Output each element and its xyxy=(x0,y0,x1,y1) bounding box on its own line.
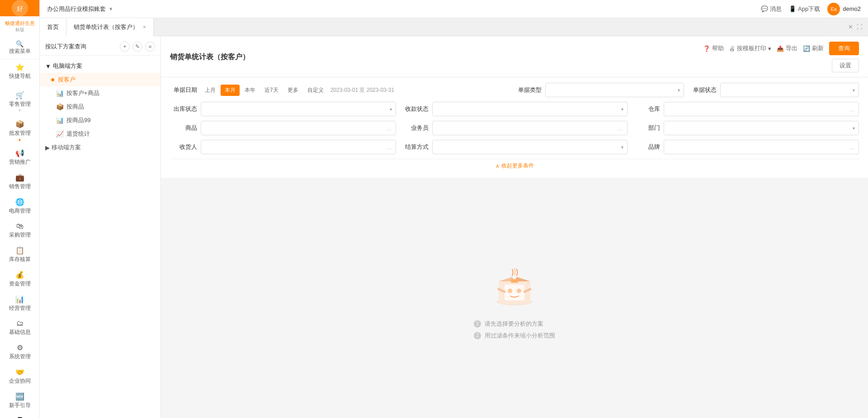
maximize-window-icon[interactable]: ⛶ xyxy=(857,24,863,30)
sidebar-item-marketing[interactable]: 📢 营销推广 xyxy=(0,145,39,170)
desktop-group-header[interactable]: ▼ 电脑端方案 xyxy=(40,59,160,73)
filter-warehouse: 仓库 … xyxy=(633,102,859,116)
sidebar-item-retail[interactable]: 🛒 零售管理 ▼ xyxy=(0,87,39,116)
scheme-product99[interactable]: 📊 按商品99 xyxy=(40,114,160,127)
export-button[interactable]: 📤 导出 xyxy=(777,44,797,52)
payment-status-select[interactable]: ▾ xyxy=(432,102,627,116)
chart-icon: 📊 xyxy=(56,90,64,97)
search-menu[interactable]: 🔍 搜索菜单 xyxy=(0,37,39,59)
topbar-right: 💬 消息 📱 App下载 Ea demo2 xyxy=(761,3,861,15)
empty-illustration xyxy=(487,256,542,311)
tip-num-1: 1 xyxy=(474,320,481,328)
right-panel: 销货单统计表（按客户） ❓ 帮助 🖨 按模板打印 xyxy=(161,36,868,418)
filter-row-3: 商品 … 业务员 … 部门 xyxy=(170,121,859,135)
edit-scheme-button[interactable]: ✎ xyxy=(132,42,142,52)
left-panel: 按以下方案查询 + ✎ « ▼ 电脑端方案 xyxy=(40,36,161,418)
department-select[interactable]: ▾ xyxy=(664,121,859,135)
brand-label: 品牌 xyxy=(633,143,660,151)
app-download-button[interactable]: 📱 App下载 xyxy=(789,5,820,13)
out-status-label: 出库状态 xyxy=(170,105,197,113)
sidebar-item-guide[interactable]: 🆕 新手引导 xyxy=(0,389,39,413)
payment-method-label: 结算方式 xyxy=(401,143,429,151)
industry-dropdown-icon[interactable]: ▾ xyxy=(109,5,113,12)
collapse-filter-button[interactable]: ∧ 收起更多条件 xyxy=(170,159,859,172)
help-button[interactable]: ❓ 帮助 xyxy=(703,44,724,52)
sidebar-logo-label: 畅捷通好生意 标版 xyxy=(0,16,39,37)
sidebar-item-cooperation[interactable]: 🤝 企业协同 xyxy=(0,364,39,389)
svg-point-7 xyxy=(517,289,521,293)
close-window-icon[interactable]: ✕ xyxy=(848,24,853,30)
app-logo: 好 xyxy=(0,0,40,16)
date-tab-last7[interactable]: 近7天 xyxy=(260,85,283,96)
empty-state: 1 请先选择要分析的方案 2 用过滤条件来缩小分析范围 xyxy=(161,178,868,418)
tab-home[interactable]: 首页 xyxy=(40,18,66,36)
setting-button[interactable]: 设置 xyxy=(832,59,859,72)
warehouse-dots-icon: … xyxy=(849,106,855,113)
page-header: 销货单统计表（按客户） ❓ 帮助 🖨 按模板打印 xyxy=(161,36,868,77)
sidebar-item-ecommerce[interactable]: 🌐 电商管理 xyxy=(0,194,39,218)
salesperson-select[interactable]: … xyxy=(432,121,627,135)
desktop-group-label: 电脑端方案 xyxy=(53,62,82,70)
add-scheme-button[interactable]: + xyxy=(120,42,130,52)
product-label: 商品 xyxy=(170,124,197,132)
filter-payment-method: 结算方式 ▾ xyxy=(401,140,627,154)
sidebar-item-purchase[interactable]: 🛍 采购管理 xyxy=(0,218,39,242)
left-panel-header: 按以下方案查询 + ✎ « xyxy=(40,36,160,56)
sidebar-item-inventory[interactable]: 📋 库存核算 xyxy=(0,242,39,267)
product-select[interactable]: … xyxy=(201,121,396,135)
filter-salesperson: 业务员 … xyxy=(401,121,627,135)
tab-sales-stats[interactable]: 销货单统计表（按客户） × xyxy=(66,18,154,36)
payment-status-label: 收款状态 xyxy=(401,105,429,113)
brand-select[interactable]: … xyxy=(664,140,859,154)
sidebar-item-system[interactable]: ⚙ 系统管理 xyxy=(0,340,39,364)
filter-row-4: 收货人 … 结算方式 ▾ 品牌 xyxy=(170,140,859,154)
filter-brand: 品牌 … xyxy=(633,140,859,154)
message-button[interactable]: 💬 消息 xyxy=(761,5,782,13)
svg-rect-4 xyxy=(511,279,518,283)
date-tab-this-month[interactable]: 本月 xyxy=(221,85,240,96)
order-type-select[interactable]: ▾ xyxy=(545,83,684,97)
payment-method-select[interactable]: ▾ xyxy=(432,140,627,154)
user-profile[interactable]: Ea demo2 xyxy=(827,3,861,15)
refresh-button[interactable]: 🔄 刷新 xyxy=(803,44,824,52)
scheme-by-product[interactable]: 📦 按商品 xyxy=(40,100,160,114)
receiver-select[interactable]: … xyxy=(201,140,396,154)
warehouse-select[interactable]: … xyxy=(664,102,859,116)
sidebar-item-finance[interactable]: 💰 资金管理 xyxy=(0,267,39,291)
mobile-group-label: 移动端方案 xyxy=(52,143,81,152)
tab-close-button[interactable]: × xyxy=(143,24,146,30)
filter-receiver: 收货人 … xyxy=(170,140,396,154)
date-tab-custom[interactable]: 自定义 xyxy=(303,85,328,96)
tip-num-2: 2 xyxy=(474,332,481,339)
customer-icon: ● xyxy=(51,76,55,84)
sidebar-item-sales[interactable]: 💼 销售管理 xyxy=(0,170,39,194)
scheme-by-customer[interactable]: ● 按客户 xyxy=(40,73,160,86)
out-status-dropdown-icon: ▾ xyxy=(390,107,392,112)
product99-icon: 📊 xyxy=(56,117,64,124)
edit-icon: ✎ xyxy=(135,43,140,50)
print-button[interactable]: 🖨 按模板打印 ▾ xyxy=(729,44,771,52)
filter-department: 部门 ▾ xyxy=(633,121,859,135)
scheme-return-stats[interactable]: 📈 退货统计 xyxy=(40,127,160,141)
avatar: Ea xyxy=(827,3,840,15)
order-status-select[interactable]: ▾ xyxy=(720,83,859,97)
help-icon: ❓ xyxy=(703,45,710,52)
tip-text-2: 用过滤条件来缩小分析范围 xyxy=(485,332,555,340)
out-status-select[interactable]: ▾ xyxy=(201,102,396,116)
mobile-group[interactable]: ▶ 移动端方案 xyxy=(40,141,160,154)
filter-order-type: 单据类型 ▾ xyxy=(514,83,684,97)
query-button[interactable]: 查询 xyxy=(829,42,859,55)
sidebar-item-shortcut[interactable]: ⭐ 快捷导航 xyxy=(0,59,39,84)
scheme-customer-product[interactable]: 📊 按客户+商品 xyxy=(40,86,160,100)
department-dropdown-icon: ▾ xyxy=(853,126,855,131)
sidebar-item-appcenter[interactable]: 📱 应用中心 xyxy=(0,413,39,418)
sidebar-item-basic[interactable]: 🗂 基础信息 xyxy=(0,316,39,340)
sidebar-item-wholesale[interactable]: 📦 批发管理 ▲ xyxy=(0,116,39,145)
mobile-expand-icon: ▶ xyxy=(45,144,50,151)
sidebar-item-operation[interactable]: 📊 经营管理 xyxy=(0,291,39,316)
date-tab-more[interactable]: 更多 xyxy=(283,85,302,96)
date-tab-this-year[interactable]: 本年 xyxy=(241,85,259,96)
date-tab-last-month[interactable]: 上月 xyxy=(201,85,220,96)
date-tabs: 上月 本月 本年 近7天 更多 自定义 xyxy=(201,85,328,96)
collapse-panel-button[interactable]: « xyxy=(145,42,155,52)
